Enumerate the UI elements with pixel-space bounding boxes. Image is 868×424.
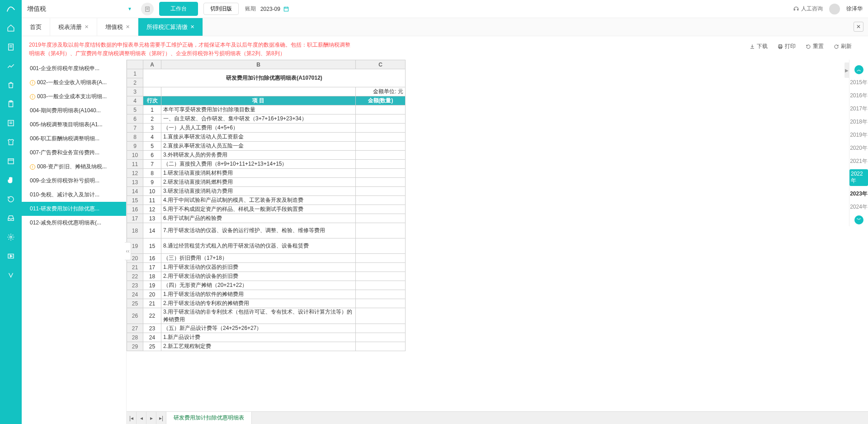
tab-close-icon[interactable]: ✕ xyxy=(85,24,89,30)
amount-cell[interactable] xyxy=(356,178,406,187)
period-value[interactable]: 2023-09 xyxy=(260,6,280,12)
spreadsheet-grid[interactable]: ABC1研发费用加计扣除优惠明细表(A107012)23金额单位: 元4行次项 … xyxy=(127,60,868,411)
form-list-item-3[interactable]: 004-期间费用明细表(A1040... xyxy=(22,104,126,118)
nav-clipboard-icon[interactable] xyxy=(5,99,16,110)
year-option[interactable]: 2020年 xyxy=(850,142,868,155)
amount-cell[interactable] xyxy=(356,254,406,263)
form-list-item-7[interactable]: !008-资产折旧、摊销及纳税... xyxy=(22,160,126,174)
page-tab-2[interactable]: 增值税✕ xyxy=(97,18,138,36)
form-list-item-5[interactable]: 006-职工薪酬纳税调整明细... xyxy=(22,132,126,146)
amount-cell[interactable] xyxy=(356,290,406,299)
form-list-item-0[interactable]: 001-企业所得税年度纳税申... xyxy=(22,62,126,76)
year-option[interactable]: 2019年 xyxy=(850,129,868,142)
year-option[interactable]: 2015年 xyxy=(850,76,868,89)
form-list-item-11[interactable]: 012-减免所得税优惠明细表(... xyxy=(22,216,126,230)
sheet-nav-prev[interactable]: ◂ xyxy=(137,412,146,424)
nav-home-icon[interactable] xyxy=(5,23,16,33)
tab-close-icon[interactable]: ✕ xyxy=(190,24,194,30)
nav-gear-icon[interactable] xyxy=(5,232,16,243)
form-list-item-10[interactable]: 011-研发费用加计扣除优惠... xyxy=(22,202,126,216)
sheet-nav-last[interactable]: ▸| xyxy=(156,412,166,424)
nav-doc-icon[interactable] xyxy=(5,42,16,52)
amount-cell[interactable] xyxy=(356,114,406,124)
year-scroll-down[interactable]: ︾ xyxy=(854,215,863,224)
year-option[interactable]: 2017年 xyxy=(850,102,868,115)
amount-cell[interactable] xyxy=(356,263,406,272)
user-name[interactable]: 徐泽华 xyxy=(846,5,863,13)
year-option[interactable]: 2023年 xyxy=(850,187,868,200)
right-panel-expand-handle[interactable]: ▶ xyxy=(844,62,849,78)
tab-close-icon[interactable]: ✕ xyxy=(126,24,130,30)
nav-hand-icon[interactable] xyxy=(5,175,16,186)
row-item-text: 3.外聘研发人员的劳务费用 xyxy=(161,151,356,160)
amount-cell[interactable] xyxy=(356,196,406,205)
page-tab-0[interactable]: 首页 xyxy=(22,18,50,36)
user-avatar[interactable] xyxy=(829,4,840,14)
amount-cell[interactable] xyxy=(356,272,406,281)
form-list-item-2[interactable]: !003-一般企业成本支出明细... xyxy=(22,90,126,104)
refresh-button[interactable]: 刷新 xyxy=(834,43,852,50)
page-tab-1[interactable]: 税表清册✕ xyxy=(50,18,97,36)
amount-cell[interactable] xyxy=(356,105,406,114)
row-number: 13 xyxy=(143,214,161,223)
page-tab-3[interactable]: 所得税汇算清缴✕ xyxy=(138,18,203,36)
sidebar-collapse-handle[interactable]: ‹‹ xyxy=(125,242,131,260)
amount-cell[interactable] xyxy=(356,151,406,160)
amount-cell[interactable] xyxy=(356,133,406,142)
nav-list-icon[interactable] xyxy=(5,118,16,129)
switch-old-button[interactable]: 切到旧版 xyxy=(203,3,239,15)
amount-cell[interactable] xyxy=(356,342,406,351)
sheet-nav-next[interactable]: ▸ xyxy=(146,412,156,424)
nav-calendar-icon[interactable] xyxy=(5,156,16,167)
year-option[interactable]: 2021年 xyxy=(850,155,868,168)
nav-shirt-icon[interactable] xyxy=(5,137,16,148)
nav-refresh-icon[interactable] xyxy=(5,194,16,205)
amount-cell[interactable] xyxy=(356,214,406,223)
sheet-nav-first[interactable]: |◂ xyxy=(127,412,137,424)
horizontal-scrollbar[interactable] xyxy=(575,415,864,421)
amount-cell[interactable] xyxy=(356,142,406,151)
vertical-scrollbar[interactable] xyxy=(837,69,844,410)
calendar-icon[interactable] xyxy=(283,6,289,12)
form-list-item-8[interactable]: 009-企业所得税弥补亏损明... xyxy=(22,174,126,188)
year-option[interactable]: 2024年 xyxy=(850,200,868,214)
form-list-item-label: 002-一般企业收入明细表(A... xyxy=(37,79,107,86)
nav-bag-icon[interactable] xyxy=(5,80,16,91)
nav-video-icon[interactable] xyxy=(5,251,16,262)
nav-inbox-icon[interactable] xyxy=(5,213,16,224)
nav-chart-icon[interactable] xyxy=(5,61,16,71)
amount-cell[interactable] xyxy=(356,238,406,254)
form-list-item-1[interactable]: !002-一般企业收入明细表(A... xyxy=(22,76,126,90)
amount-cell[interactable] xyxy=(356,299,406,308)
amount-cell[interactable] xyxy=(356,223,406,238)
sheet-tab[interactable]: 研发费用加计扣除优惠明细表 xyxy=(166,412,252,424)
form-list-item-6[interactable]: 007-广告费和业务宣传费跨... xyxy=(22,146,126,160)
year-option[interactable]: 2018年 xyxy=(850,115,868,129)
amount-cell[interactable] xyxy=(356,205,406,214)
support-link[interactable]: 人工咨询 xyxy=(793,5,823,13)
amount-cell[interactable] xyxy=(356,308,406,324)
module-selector[interactable]: 增值税 ▼ xyxy=(27,5,132,13)
amount-cell[interactable] xyxy=(356,160,406,169)
amount-cell[interactable] xyxy=(356,333,406,342)
download-button[interactable]: 下载 xyxy=(750,43,768,50)
nav-v-icon[interactable] xyxy=(5,270,16,281)
form-list-item-4[interactable]: 005-纳税调整项目明细表(A1... xyxy=(22,118,126,132)
year-option[interactable]: 2016年 xyxy=(850,89,868,102)
form-list-item-label: 003-一般企业成本支出明细... xyxy=(37,93,107,100)
amount-cell[interactable] xyxy=(356,124,406,133)
close-all-tabs-button[interactable]: ✕ xyxy=(854,22,863,32)
history-button[interactable] xyxy=(141,3,154,15)
amount-cell[interactable] xyxy=(356,187,406,196)
year-option[interactable]: 2022年 xyxy=(849,169,868,186)
year-scroll-up[interactable]: ︽ xyxy=(854,65,863,74)
top-bar: 增值税 ▼ 工作台 切到旧版 账期 2023-09 人工咨询 徐泽华 xyxy=(22,0,868,18)
workspace-button[interactable]: 工作台 xyxy=(159,2,198,16)
amount-cell[interactable] xyxy=(356,324,406,333)
amount-cell[interactable] xyxy=(356,169,406,178)
row-number: 19 xyxy=(143,281,161,290)
amount-cell[interactable] xyxy=(356,281,406,290)
form-list-item-9[interactable]: 010-免税、减计收入及加计... xyxy=(22,188,126,202)
reset-button[interactable]: 重置 xyxy=(806,43,824,50)
print-button[interactable]: 打印 xyxy=(778,43,796,50)
